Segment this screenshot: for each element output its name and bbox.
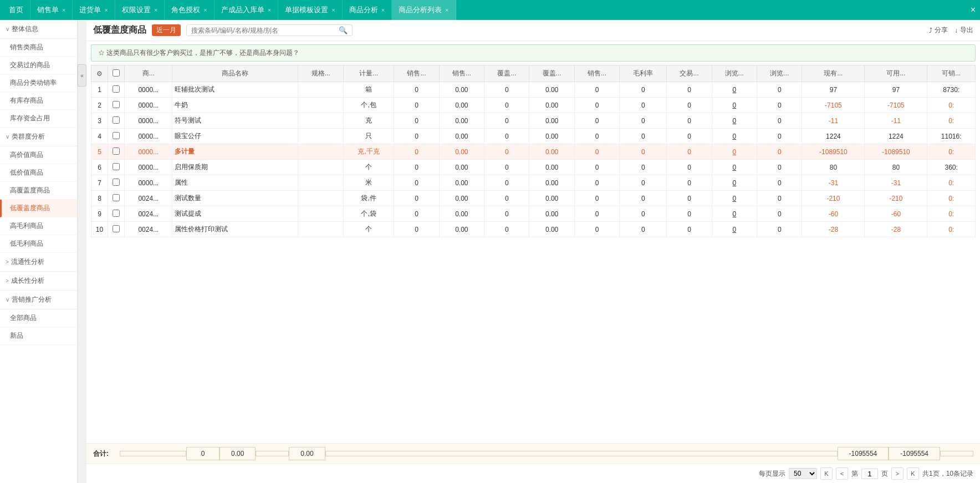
cell-browse1[interactable]: 0 [712, 160, 757, 175]
sidebar-item-traded-goods[interactable]: 交易过的商品 [0, 57, 77, 74]
col-sales1[interactable]: 销售... [394, 65, 439, 82]
cell-checkbox[interactable] [108, 191, 125, 206]
table-wrapper[interactable]: ⚙ 商... 商品名称 规格... 计量... 销售... 销售... 覆盖..… [86, 65, 980, 443]
sidebar-item-low-profit[interactable]: 低毛利商品 [0, 235, 77, 253]
next-page-button[interactable]: > [891, 467, 904, 480]
tab-analysis[interactable]: 商品分析 × [343, 0, 392, 20]
row-checkbox[interactable] [113, 210, 120, 217]
tab-sales-close[interactable]: × [62, 7, 65, 13]
col-current[interactable]: 现有... [802, 65, 865, 82]
cell-browse1[interactable]: 0 [712, 191, 757, 206]
row-checkbox[interactable] [113, 148, 120, 155]
cell-name[interactable]: 测试数量 [172, 191, 298, 206]
tab-permissions-close[interactable]: × [154, 7, 157, 13]
row-checkbox[interactable] [113, 194, 120, 201]
cell-name[interactable]: 启用保质期 [172, 160, 298, 175]
col-sales3[interactable]: 销售... [574, 65, 619, 82]
row-checkbox[interactable] [113, 163, 120, 170]
sidebar-item-stock-goods[interactable]: 有库存商品 [0, 92, 77, 110]
sidebar-item-capital-usage[interactable]: 库存资金占用 [0, 110, 77, 128]
close-all-tabs[interactable]: × [971, 5, 976, 15]
row-checkbox[interactable] [113, 85, 120, 93]
row-checkbox[interactable] [113, 116, 120, 124]
col-code[interactable]: 商... [125, 65, 172, 82]
cell-checkbox[interactable] [108, 82, 125, 98]
cell-browse1[interactable]: 0 [712, 206, 757, 222]
col-sales2[interactable]: 销售... [439, 65, 484, 82]
col-trade[interactable]: 交易... [667, 65, 712, 82]
cell-name[interactable]: 牛奶 [172, 98, 298, 113]
col-checkbox[interactable] [108, 65, 125, 82]
col-available[interactable]: 可用... [865, 65, 927, 82]
cell-browse1[interactable]: 0 [712, 129, 757, 144]
sidebar-item-new-goods[interactable]: 新品 [0, 327, 77, 345]
tab-purchase-close[interactable]: × [104, 7, 108, 13]
cell-name[interactable]: 符号测试 [172, 113, 298, 129]
col-browse1[interactable]: 浏览... [712, 65, 757, 82]
cell-name[interactable]: 测试提成 [172, 206, 298, 222]
page-number-input[interactable] [861, 469, 878, 479]
tab-production[interactable]: 产成品入库单 × [215, 0, 278, 20]
cell-name[interactable]: 多计量 [172, 144, 298, 160]
cell-name[interactable]: 眼宝公仔 [172, 129, 298, 144]
cell-browse1[interactable]: 0 [712, 113, 757, 129]
cell-checkbox[interactable] [108, 206, 125, 222]
tab-analysis-close[interactable]: × [381, 7, 385, 13]
cell-checkbox[interactable] [108, 144, 125, 160]
cell-checkbox[interactable] [108, 160, 125, 175]
cell-browse1[interactable]: 0 [712, 82, 757, 98]
tab-template-close[interactable]: × [331, 7, 335, 13]
col-name[interactable]: 商品名称 [172, 65, 298, 82]
col-coverage2[interactable]: 覆盖... [529, 65, 574, 82]
cell-browse1[interactable]: 0 [712, 98, 757, 113]
tab-production-close[interactable]: × [268, 7, 271, 13]
sidebar-item-low-value[interactable]: 低价值商品 [0, 164, 77, 182]
cell-name[interactable]: 属性价格打印测试 [172, 222, 298, 237]
col-browse2[interactable]: 浏览... [757, 65, 802, 82]
col-coverage1[interactable]: 覆盖... [484, 65, 529, 82]
tab-roles[interactable]: 角色授权 × [165, 0, 214, 20]
col-settings[interactable]: ⚙ [91, 65, 108, 82]
sidebar-section-cluster[interactable]: ∨ 类群度分析 [0, 128, 77, 146]
sidebar-item-category-rate[interactable]: 商品分类动销率 [0, 74, 77, 92]
search-input[interactable] [191, 27, 339, 34]
tab-analysis-list[interactable]: 商品分析列表 × [392, 0, 456, 20]
tab-template[interactable]: 单据模板设置 × [278, 0, 342, 20]
sidebar-item-high-coverage[interactable]: 高覆盖度商品 [0, 182, 77, 200]
cell-browse1[interactable]: 0 [712, 144, 757, 160]
cell-checkbox[interactable] [108, 222, 125, 237]
tab-analysis-list-close[interactable]: × [445, 7, 448, 13]
sidebar-section-growth[interactable]: > 成长性分析 [0, 272, 77, 291]
last-page-button[interactable]: K [907, 467, 919, 480]
col-spec[interactable]: 规格... [298, 65, 343, 82]
sidebar-section-marketing[interactable]: ∨ 营销推广分析 [0, 291, 77, 309]
cell-checkbox[interactable] [108, 129, 125, 144]
export-button[interactable]: ↓ 导出 [955, 26, 973, 35]
sidebar-item-sales-goods[interactable]: 销售类商品 [0, 39, 77, 57]
tab-purchase[interactable]: 进货单 × [73, 0, 115, 20]
cell-browse1[interactable]: 0 [712, 222, 757, 237]
row-checkbox[interactable] [113, 179, 120, 186]
cell-name[interactable]: 旺辅批次测试 [172, 82, 298, 98]
row-checkbox[interactable] [113, 225, 120, 232]
col-gross-rate[interactable]: 毛利率 [620, 65, 667, 82]
per-page-select[interactable]: 50 100 200 [789, 468, 817, 479]
cell-checkbox[interactable] [108, 98, 125, 113]
sidebar-collapse-button[interactable]: « [78, 64, 86, 87]
first-page-button[interactable]: K [820, 467, 833, 480]
time-filter-button[interactable]: 近一月 [152, 24, 181, 36]
col-sellable[interactable]: 可销... [927, 65, 976, 82]
tab-permissions[interactable]: 权限设置 × [115, 0, 165, 20]
sidebar-item-low-coverage[interactable]: 低覆盖度商品 [0, 200, 77, 217]
prev-page-button[interactable]: < [836, 467, 848, 480]
cell-checkbox[interactable] [108, 113, 125, 129]
tab-home[interactable]: 首页 [2, 0, 30, 20]
cell-browse1[interactable]: 0 [712, 175, 757, 191]
sidebar-item-high-value[interactable]: 高价值商品 [0, 146, 77, 164]
cell-checkbox[interactable] [108, 175, 125, 191]
sidebar-item-all-goods[interactable]: 全部商品 [0, 309, 77, 327]
sidebar-section-overall[interactable]: ∨ 整体信息 [0, 20, 77, 39]
sidebar-section-flow[interactable]: > 流通性分析 [0, 253, 77, 272]
sidebar-item-high-profit[interactable]: 高毛利商品 [0, 217, 77, 235]
col-unit[interactable]: 计量... [343, 65, 394, 82]
